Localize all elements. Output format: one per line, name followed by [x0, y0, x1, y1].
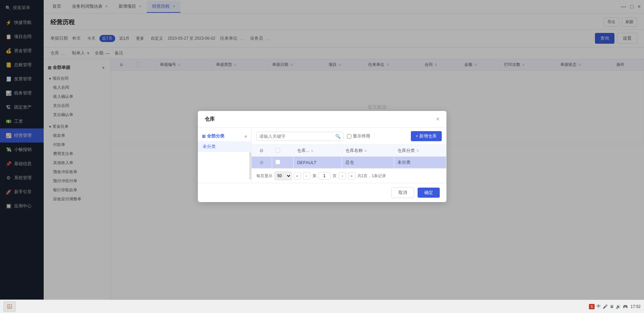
- tray-mic-icon[interactable]: 🎤: [603, 304, 608, 309]
- show-disabled-label[interactable]: 显示停用: [347, 133, 370, 139]
- tray-zh-icon[interactable]: 中: [597, 304, 601, 309]
- confirm-button[interactable]: 确定: [418, 188, 440, 198]
- taskbar: 🪟 S 中 🎤 🖥 🔊 🎮 17:52: [0, 300, 644, 313]
- dialog-overlay[interactable]: 仓库 × ⊞ 全部分类 « 未分类: [0, 0, 644, 313]
- warehouse-dialog: 仓库 × ⊞ 全部分类 « 未分类: [198, 111, 446, 202]
- dialog-per-page-select[interactable]: 10 20 50 100: [274, 171, 292, 180]
- taskbar-start-icon: 🪟: [7, 304, 12, 309]
- dialog-header: 仓库 ×: [198, 111, 446, 128]
- dialog-col-code[interactable]: 仓库... ⇅: [294, 145, 342, 157]
- dialog-action-bar: 取消 确定: [198, 183, 446, 202]
- dialog-title: 仓库: [205, 116, 215, 122]
- dialog-table: ⚙ 仓库... ⇅ 仓库名称 ⇅: [252, 145, 446, 168]
- sidebar-scrollbar[interactable]: [249, 152, 251, 180]
- dialog-close-button[interactable]: ×: [436, 116, 440, 123]
- dialog-per-page-label: 每页显示: [256, 173, 272, 179]
- dialog-page-input[interactable]: [318, 172, 331, 180]
- dialog-table-wrap: ⚙ 仓库... ⇅ 仓库名称 ⇅: [252, 145, 446, 168]
- dialog-sidebar-scroll: [198, 152, 251, 180]
- tray-game-icon[interactable]: 🎮: [623, 304, 628, 309]
- dialog-page-unit: 页: [333, 173, 337, 179]
- dialog-page-label: 第: [312, 173, 316, 179]
- taskbar-start[interactable]: 🪟: [3, 301, 16, 312]
- search-icon-dialog[interactable]: 🔍: [333, 132, 343, 141]
- tray-icons: S 中 🎤 🖥 🔊 🎮: [589, 304, 628, 309]
- tray-screen-icon[interactable]: 🖥: [610, 304, 614, 309]
- cancel-button[interactable]: 取消: [391, 187, 414, 198]
- row-gear[interactable]: ⚙: [252, 157, 272, 168]
- dialog-last-page[interactable]: »: [348, 172, 355, 180]
- dialog-table-row[interactable]: ⚙ DEFAULT 总仓 未分类: [252, 157, 446, 168]
- dialog-col-gear[interactable]: ⚙: [252, 145, 272, 157]
- dialog-footer-bar: 每页显示 10 20 50 100 « ‹ 第 页 › » 共1页，1条记录: [252, 168, 446, 183]
- dialog-first-page[interactable]: «: [294, 172, 301, 180]
- dialog-col-category[interactable]: 仓库分类 ⇅: [394, 145, 446, 157]
- row-checkbox[interactable]: [272, 157, 294, 168]
- row-category: 未分类: [394, 157, 446, 168]
- dialog-toolbar: 🔍 显示停用 + 新增仓库: [252, 128, 446, 145]
- row-name: 总仓: [342, 157, 394, 168]
- add-warehouse-button[interactable]: + 新增仓库: [411, 131, 441, 141]
- show-disabled-checkbox[interactable]: [347, 134, 351, 139]
- dialog-sidebar-collapse-btn[interactable]: «: [245, 133, 247, 139]
- dialog-total-info: 共1页，1条记录: [357, 173, 386, 179]
- taskbar-time: 17:52: [631, 304, 641, 309]
- dialog-sidebar-item-uncategorized[interactable]: 未分类: [198, 141, 251, 152]
- dialog-col-name[interactable]: 仓库名称 ⇅: [342, 145, 394, 157]
- dialog-body: ⊞ 全部分类 « 未分类 🔍: [198, 128, 446, 183]
- dialog-search-input[interactable]: [257, 132, 333, 141]
- tray-s-icon: S: [589, 304, 595, 309]
- dialog-col-checkbox[interactable]: [272, 145, 294, 157]
- dialog-sidebar: ⊞ 全部分类 « 未分类: [198, 128, 252, 183]
- dialog-sidebar-header-label: 全部分类: [207, 133, 224, 139]
- taskbar-right: S 中 🎤 🖥 🔊 🎮 17:52: [589, 304, 641, 309]
- dialog-search: 🔍: [256, 132, 344, 141]
- dialog-sidebar-header[interactable]: ⊞ 全部分类 «: [198, 131, 251, 141]
- dialog-prev-page[interactable]: ‹: [303, 172, 310, 180]
- tray-speaker-icon[interactable]: 🔊: [616, 304, 621, 309]
- grid-icon-dialog: ⊞: [202, 134, 206, 139]
- row-code: DEFAULT: [294, 157, 342, 168]
- dialog-next-page[interactable]: ›: [339, 172, 346, 180]
- dialog-main: 🔍 显示停用 + 新增仓库 ⚙: [252, 128, 446, 183]
